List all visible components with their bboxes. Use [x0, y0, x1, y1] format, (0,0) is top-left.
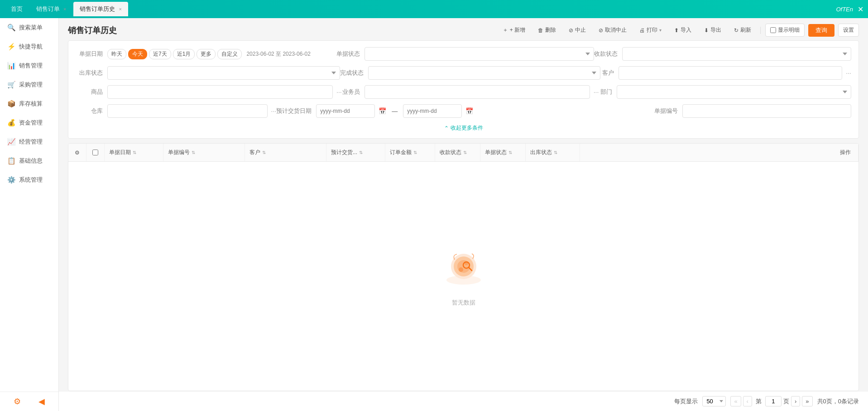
sort-doc-date-icon: ⇅	[133, 150, 136, 155]
last-page-button[interactable]: »	[802, 396, 812, 406]
sidebar-item-system[interactable]: ⚙️ 系统管理	[0, 170, 58, 189]
collapse-up-icon: ⌃	[444, 125, 449, 131]
finance-icon: 💰	[7, 119, 15, 127]
sidebar-item-quick-nav[interactable]: ⚡ 快捷导航	[0, 37, 58, 56]
sidebar-item-inventory[interactable]: 📦 库存核算	[0, 94, 58, 113]
th-settings[interactable]: ⚙	[68, 144, 86, 161]
goods-more-btn[interactable]: ···	[336, 88, 342, 96]
th-doc-status[interactable]: 单据状态 ⇅	[480, 144, 526, 161]
top-bar-right: OfTEn ✕	[836, 5, 863, 14]
sidebar-item-operations[interactable]: 📈 经营管理	[0, 132, 58, 151]
th-amount[interactable]: 订单金额 ⇅	[385, 144, 435, 161]
complete-status-select[interactable]	[368, 66, 601, 80]
th-warehouse-status[interactable]: 出库状态 ⇅	[526, 144, 580, 161]
sidebar-item-purchase[interactable]: 🛒 采购管理	[0, 75, 58, 94]
date-yesterday-btn[interactable]: 昨天	[107, 49, 126, 59]
per-page-select[interactable]: 50 10 20 100	[702, 396, 726, 406]
sidebar-item-finance[interactable]: 💰 资金管理	[0, 113, 58, 132]
delete-button[interactable]: 🗑 删除	[533, 24, 561, 36]
refresh-label: 刷新	[740, 26, 751, 34]
quick-nav-icon: ⚡	[7, 43, 15, 51]
th-doc-no[interactable]: 单据编号 ⇅	[163, 144, 245, 161]
dept-select[interactable]	[617, 85, 851, 99]
tab-sales-order[interactable]: 销售订单 ×	[30, 2, 72, 16]
warehouse-status-select[interactable]	[107, 66, 340, 80]
svg-point-7	[465, 261, 468, 265]
th-payment-status[interactable]: 收款状态 ⇅	[435, 144, 480, 161]
customer-more-btn[interactable]: ···	[846, 69, 851, 77]
display-cols-checkbox[interactable]	[770, 27, 776, 33]
complete-status-label: 完成状态	[340, 69, 368, 77]
current-page-input[interactable]	[765, 396, 782, 406]
warehouse-input[interactable]	[107, 104, 268, 118]
salesman-input[interactable]	[364, 85, 590, 99]
table-footer: 每页显示 50 10 20 100 « ‹ 第 页 › » 共0页，0条记录	[59, 391, 868, 411]
sidebar-item-sales[interactable]: 📊 销售管理	[0, 56, 58, 75]
next-page-button[interactable]: ›	[791, 396, 800, 406]
warehouse-more-btn[interactable]: ···	[271, 107, 277, 115]
top-bar: 首页 销售订单 × 销售订单历史 × OfTEn ✕	[0, 0, 868, 18]
doc-no-input[interactable]	[682, 104, 851, 118]
date-1month-btn[interactable]: 近1月	[173, 49, 195, 59]
tab-sales-order-history-close[interactable]: ×	[119, 6, 121, 12]
dept-label: 部门	[599, 88, 617, 96]
date-7days-btn[interactable]: 近7天	[149, 49, 171, 59]
sidebar-item-basic-info[interactable]: 📋 基础信息	[0, 151, 58, 170]
date-range-display: 2023-06-02 至 2023-06-02	[246, 50, 310, 58]
date-custom-btn[interactable]: 自定义	[217, 49, 242, 59]
refresh-button[interactable]: ↻ 刷新	[729, 24, 756, 36]
salesman-label: 业务员	[342, 88, 364, 96]
tab-home[interactable]: 首页	[5, 2, 29, 16]
sidebar-item-inventory-label: 库存核算	[19, 100, 43, 108]
sort-amount-icon: ⇅	[413, 150, 417, 155]
export-icon: ⬇	[704, 27, 709, 34]
collapse-button[interactable]: ⌃ 收起更多条件	[444, 124, 483, 132]
refresh-icon: ↻	[734, 27, 739, 34]
tab-sales-order-close[interactable]: ×	[63, 6, 66, 12]
new-label: + 新增	[510, 26, 525, 34]
delivery-start-input[interactable]	[316, 104, 375, 118]
sidebar-settings-button[interactable]: ⚙	[14, 396, 21, 406]
salesman-more-btn[interactable]: ···	[594, 88, 599, 96]
doc-status-select[interactable]	[364, 47, 594, 61]
filter-row-2: 出库状态 完成状态 客户 ···	[76, 66, 851, 80]
new-button[interactable]: ＋ + 新增	[498, 24, 530, 36]
delivery-end-input[interactable]	[403, 104, 462, 118]
date-more-btn[interactable]: 更多	[197, 49, 216, 59]
delivery-start-calendar-icon[interactable]: 📅	[379, 107, 386, 115]
tab-sales-order-history[interactable]: 销售订单历史 ×	[73, 2, 128, 16]
goods-input[interactable]	[107, 85, 333, 99]
doc-date-value: 昨天 今天 近7天 近1月 更多 自定义 2023-06-02 至 2023-0…	[107, 49, 336, 59]
import-button[interactable]: ⬆ 导入	[670, 24, 696, 36]
tab-sales-order-history-label: 销售订单历史	[80, 5, 115, 13]
th-customer[interactable]: 客户 ⇅	[245, 144, 326, 161]
stop-label: 中止	[575, 26, 586, 34]
settings-button[interactable]: 设置	[838, 24, 859, 37]
warehouse-status-label: 出库状态	[76, 69, 107, 77]
prev-page-button[interactable]: ‹	[743, 396, 752, 406]
print-button[interactable]: 🖨 打印 ▾	[635, 24, 666, 36]
query-button[interactable]: 查询	[808, 24, 834, 37]
sort-delivery-icon: ⇅	[359, 150, 363, 155]
sort-warehouse-icon: ⇅	[554, 150, 557, 155]
delivery-end-calendar-icon[interactable]: 📅	[465, 107, 473, 115]
sidebar-item-search-menu[interactable]: 🔍 搜索菜单	[0, 18, 58, 37]
delete-icon: 🗑	[538, 27, 543, 34]
payment-status-select[interactable]	[622, 47, 851, 61]
stop-button[interactable]: ⊘ 中止	[564, 24, 590, 36]
th-doc-date[interactable]: 单据日期 ⇅	[105, 144, 163, 161]
print-dropdown-icon: ▾	[659, 28, 662, 33]
select-all-checkbox[interactable]	[92, 150, 98, 155]
th-delivery-date[interactable]: 预计交货... ⇅	[326, 144, 385, 161]
window-close-button[interactable]: ✕	[858, 5, 863, 14]
customer-input[interactable]	[619, 66, 842, 80]
first-page-button[interactable]: «	[730, 396, 741, 406]
display-cols-checkbox-wrapper[interactable]: 显示明细	[765, 24, 805, 37]
cancel-stop-button[interactable]: ⊘ 取消中止	[594, 24, 631, 36]
export-button[interactable]: ⬇ 导出	[700, 24, 726, 36]
filter-row-3: 商品 ··· 业务员 ··· 部门	[76, 85, 851, 99]
sidebar-collapse-button[interactable]: ◀	[38, 396, 45, 406]
date-today-btn[interactable]: 今天	[128, 49, 147, 59]
th-amount-label: 订单金额	[390, 149, 412, 156]
toolbar: ＋ + 新增 🗑 删除 ⊘ 中止 ⊘ 取消中止 🖨 打印	[498, 24, 859, 37]
